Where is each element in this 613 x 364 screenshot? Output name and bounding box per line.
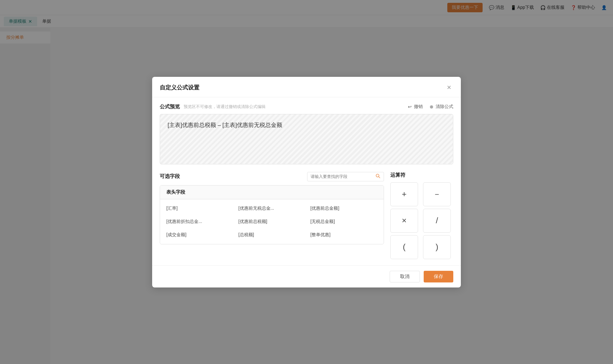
clear-icon: ⊗ bbox=[429, 104, 434, 109]
modal-header: 自定义公式设置 ✕ bbox=[152, 77, 461, 97]
undo-button[interactable]: ↩ 撤销 bbox=[407, 104, 423, 110]
operator-minus-button[interactable]: － bbox=[423, 182, 451, 206]
formula-label: 公式预览 bbox=[160, 104, 180, 110]
field-item-0[interactable]: [汇率] bbox=[164, 202, 236, 215]
fields-section: 可选字段 表头字 bbox=[160, 172, 384, 259]
operator-close-paren-button[interactable]: ) bbox=[423, 235, 451, 259]
modal-custom-formula: 自定义公式设置 ✕ 公式预览 预览区不可修改，请通过撤销或清除公式编辑 ↩ 撤销 bbox=[152, 77, 461, 287]
fields-scroll-container[interactable]: [汇率] [优惠前无税总金... [优惠前总金额] [优惠前折扣总金... [优… bbox=[160, 199, 384, 244]
multiply-symbol: × bbox=[402, 216, 406, 225]
fields-section-title: 可选字段 bbox=[160, 173, 180, 180]
formula-label-group: 公式预览 预览区不可修改，请通过撤销或清除公式编辑 bbox=[160, 104, 266, 110]
operators-section: 运算符 + － × / bbox=[390, 172, 453, 259]
operator-plus-button[interactable]: + bbox=[390, 182, 418, 206]
bottom-section: 可选字段 表头字 bbox=[160, 172, 453, 259]
fields-group-title: 表头字段 bbox=[166, 189, 185, 195]
formula-section: 公式预览 预览区不可修改，请通过撤销或清除公式编辑 ↩ 撤销 ⊗ 清除公式 bbox=[160, 104, 453, 164]
plus-symbol: + bbox=[402, 189, 406, 199]
operators-section-title: 运算符 bbox=[390, 172, 405, 179]
formula-hint: 预览区不可修改，请通过撤销或清除公式编辑 bbox=[184, 104, 266, 110]
divide-symbol: / bbox=[436, 216, 438, 225]
operators-grid: + － × / ( bbox=[390, 182, 453, 259]
search-box[interactable] bbox=[307, 172, 384, 181]
field-item-6[interactable]: [成交金额] bbox=[164, 228, 236, 242]
field-item-7[interactable]: [总税额] bbox=[236, 228, 308, 242]
modal-body: 公式预览 预览区不可修改，请通过撤销或清除公式编辑 ↩ 撤销 ⊗ 清除公式 bbox=[152, 97, 461, 265]
minus-symbol: － bbox=[433, 189, 441, 200]
modal-footer: 取消 保存 bbox=[152, 265, 461, 287]
fields-grid: [汇率] [优惠前无税总金... [优惠前总金额] [优惠前折扣总金... [优… bbox=[160, 199, 384, 244]
operator-multiply-button[interactable]: × bbox=[390, 209, 418, 233]
fields-section-header: 可选字段 bbox=[160, 172, 384, 181]
field-item-1[interactable]: [优惠前无税总金... bbox=[236, 202, 308, 215]
operator-open-paren-button[interactable]: ( bbox=[390, 235, 418, 259]
formula-preview-box: [主表]优惠前总税额 – [主表]优惠前无税总金额 bbox=[160, 114, 453, 164]
cancel-button[interactable]: 取消 bbox=[390, 271, 420, 282]
operator-divide-button[interactable]: / bbox=[423, 209, 451, 233]
search-input[interactable] bbox=[311, 174, 374, 179]
field-item-3[interactable]: [优惠前折扣总金... bbox=[164, 215, 236, 228]
field-item-4[interactable]: [优惠前总税额] bbox=[236, 215, 308, 228]
clear-formula-button[interactable]: ⊗ 清除公式 bbox=[429, 104, 453, 110]
modal-close-button[interactable]: ✕ bbox=[444, 83, 453, 92]
formula-header: 公式预览 预览区不可修改，请通过撤销或清除公式编辑 ↩ 撤销 ⊗ 清除公式 bbox=[160, 104, 453, 110]
formula-expression: [主表]优惠前总税额 – [主表]优惠前无税总金额 bbox=[168, 121, 282, 130]
search-icon bbox=[375, 173, 381, 180]
modal-title: 自定义公式设置 bbox=[160, 84, 199, 91]
undo-icon: ↩ bbox=[407, 104, 412, 109]
close-paren-symbol: ) bbox=[436, 242, 438, 252]
field-item-5[interactable]: [无税总金额] bbox=[308, 215, 380, 228]
fields-table: 表头字段 [汇率] [优惠前无税总金... [优惠前总金额] [优惠前折扣总金.… bbox=[160, 185, 384, 244]
field-item-8[interactable]: [整单优惠] bbox=[308, 228, 380, 242]
close-icon: ✕ bbox=[447, 84, 451, 91]
open-paren-symbol: ( bbox=[403, 242, 406, 252]
formula-actions: ↩ 撤销 ⊗ 清除公式 bbox=[407, 104, 453, 110]
modal-overlay: 自定义公式设置 ✕ 公式预览 预览区不可修改，请通过撤销或清除公式编辑 ↩ 撤销 bbox=[0, 0, 613, 364]
svg-line-1 bbox=[379, 177, 380, 178]
field-item-2[interactable]: [优惠前总金额] bbox=[308, 202, 380, 215]
save-button[interactable]: 保存 bbox=[424, 271, 453, 282]
operators-section-header: 运算符 bbox=[390, 172, 453, 179]
fields-table-header: 表头字段 bbox=[160, 185, 384, 199]
